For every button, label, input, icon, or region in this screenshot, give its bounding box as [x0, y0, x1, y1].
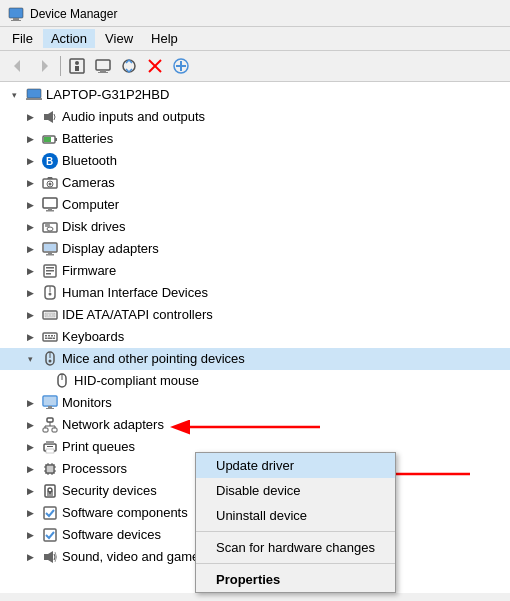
back-button[interactable] — [6, 54, 30, 78]
disable-device-label: Disable device — [216, 483, 301, 498]
svg-rect-1 — [13, 18, 19, 20]
tree-item-display[interactable]: ▶ Display adapters — [0, 238, 510, 260]
tree-item-bluetooth[interactable]: ▶ B Bluetooth — [0, 150, 510, 172]
svg-rect-95 — [44, 529, 56, 541]
svg-rect-19 — [44, 114, 48, 120]
svg-rect-58 — [48, 338, 53, 340]
svg-rect-78 — [46, 449, 54, 453]
expand-softcomp[interactable]: ▶ — [22, 505, 38, 521]
tree-item-hid-mouse[interactable]: HID-compliant mouse — [0, 370, 510, 392]
context-sep-1 — [196, 531, 395, 532]
expand-firmware[interactable]: ▶ — [22, 263, 38, 279]
tree-item-monitors[interactable]: ▶ Monitors — [0, 392, 510, 414]
tree-item-cameras[interactable]: ▶ Cameras — [0, 172, 510, 194]
menu-view[interactable]: View — [97, 29, 141, 48]
context-update-driver[interactable]: Update driver — [196, 453, 395, 478]
svg-point-28 — [49, 183, 52, 186]
monitor-icon — [41, 394, 59, 412]
tree-item-laptop[interactable]: ▾ LAPTOP-G31P2HBD — [0, 84, 510, 106]
expand-network[interactable]: ▶ — [22, 417, 38, 433]
tree-item-diskdrives[interactable]: ▶ Disk drives — [0, 216, 510, 238]
print-label: Print queues — [62, 436, 135, 458]
expand-sound[interactable]: ▶ — [22, 549, 38, 565]
keyboards-label: Keyboards — [62, 326, 124, 348]
cameras-label: Cameras — [62, 172, 115, 194]
svg-rect-41 — [46, 267, 54, 269]
tree-item-audio[interactable]: ▶ Audio inputs and outputs — [0, 106, 510, 128]
expand-laptop[interactable]: ▾ — [6, 87, 22, 103]
security-icon — [41, 482, 59, 500]
expand-batteries[interactable]: ▶ — [22, 131, 38, 147]
svg-rect-32 — [46, 210, 54, 212]
menu-help[interactable]: Help — [143, 29, 186, 48]
tree-item-mice[interactable]: ▾ Mice and other pointing devices — [0, 348, 510, 370]
tree-item-batteries[interactable]: ▶ Batteries — [0, 128, 510, 150]
expand-monitors[interactable]: ▶ — [22, 395, 38, 411]
svg-rect-59 — [53, 338, 55, 340]
expand-bluetooth[interactable]: ▶ — [22, 153, 38, 169]
tree-item-keyboards[interactable]: ▶ Keyboards — [0, 326, 510, 348]
context-properties[interactable]: Properties — [196, 567, 395, 592]
expand-audio[interactable]: ▶ — [22, 109, 38, 125]
expand-ide[interactable]: ▶ — [22, 307, 38, 323]
context-uninstall-device[interactable]: Uninstall device — [196, 503, 395, 528]
svg-rect-68 — [46, 408, 54, 409]
expand-computer[interactable]: ▶ — [22, 197, 38, 213]
update-driver-label: Update driver — [216, 458, 294, 473]
expand-mice[interactable]: ▾ — [22, 351, 38, 367]
expand-diskdrives[interactable]: ▶ — [22, 219, 38, 235]
mice-label: Mice and other pointing devices — [62, 348, 245, 370]
tree-item-hid[interactable]: ▶ Human Interface Devices — [0, 282, 510, 304]
tree-item-network[interactable]: ▶ Network adapters — [0, 414, 510, 436]
expand-print[interactable]: ▶ — [22, 439, 38, 455]
ide-icon — [41, 306, 59, 324]
forward-button[interactable] — [32, 54, 56, 78]
properties-label: Properties — [216, 572, 280, 587]
softcomp-label: Software components — [62, 502, 188, 524]
scan-hardware-button[interactable] — [117, 54, 141, 78]
remove-device-button[interactable] — [143, 54, 167, 78]
svg-rect-96 — [44, 554, 48, 560]
properties-button[interactable] — [65, 54, 89, 78]
svg-rect-79 — [47, 446, 53, 447]
expand-processors[interactable]: ▶ — [22, 461, 38, 477]
svg-rect-39 — [44, 244, 56, 251]
tree-item-firmware[interactable]: ▶ Firmware — [0, 260, 510, 282]
toolbar — [0, 51, 510, 82]
menu-action[interactable]: Action — [43, 29, 95, 48]
svg-point-34 — [47, 227, 53, 231]
svg-rect-66 — [44, 397, 56, 405]
expand-cameras[interactable]: ▶ — [22, 175, 38, 191]
svg-rect-77 — [46, 441, 54, 444]
svg-rect-52 — [43, 333, 57, 341]
expand-softdev[interactable]: ▶ — [22, 527, 38, 543]
hid-mouse-icon — [53, 372, 71, 390]
svg-rect-70 — [43, 428, 48, 432]
tree-item-computer[interactable]: ▶ Computer — [0, 194, 510, 216]
svg-point-11 — [123, 60, 135, 72]
context-disable-device[interactable]: Disable device — [196, 478, 395, 503]
expand-keyboards[interactable]: ▶ — [22, 329, 38, 345]
svg-point-46 — [49, 293, 52, 296]
audio-icon — [41, 108, 59, 126]
update-driver-button[interactable] — [91, 54, 115, 78]
audio-label: Audio inputs and outputs — [62, 106, 205, 128]
add-hardware-button[interactable] — [169, 54, 193, 78]
softdev-label: Software devices — [62, 524, 161, 546]
expand-display[interactable]: ▶ — [22, 241, 38, 257]
batteries-label: Batteries — [62, 128, 113, 150]
menu-file[interactable]: File — [4, 29, 41, 48]
svg-rect-37 — [48, 252, 52, 254]
svg-rect-35 — [45, 224, 50, 227]
tree-item-ide[interactable]: ▶ IDE ATA/ATAPI controllers — [0, 304, 510, 326]
expand-hid[interactable]: ▶ — [22, 285, 38, 301]
expand-security[interactable]: ▶ — [22, 483, 38, 499]
print-icon — [41, 438, 59, 456]
toolbar-sep-1 — [60, 56, 61, 76]
svg-marker-97 — [48, 551, 53, 563]
hid-label: Human Interface Devices — [62, 282, 208, 304]
context-scan[interactable]: Scan for hardware changes — [196, 535, 395, 560]
ide-label: IDE ATA/ATAPI controllers — [62, 304, 213, 326]
camera-icon — [41, 174, 59, 192]
battery-icon — [41, 130, 59, 148]
